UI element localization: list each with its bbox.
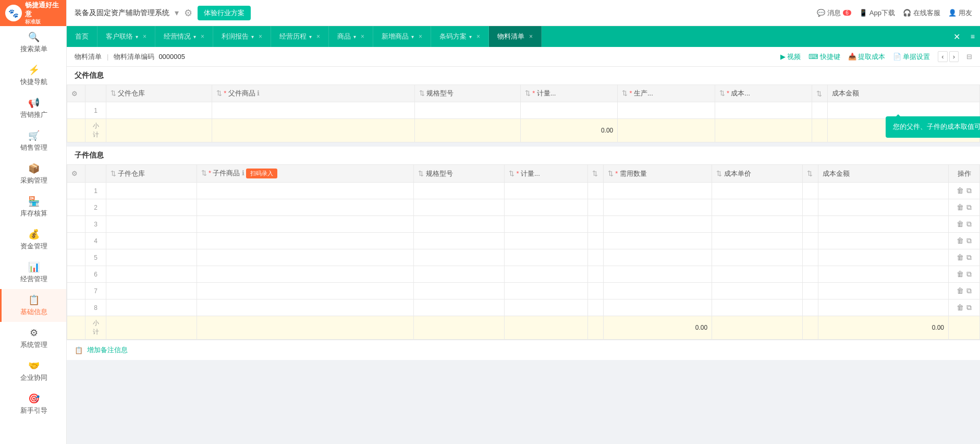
tab-new-product[interactable]: 新增商品 ▾ × [373, 26, 431, 47]
child-r7-product[interactable] [197, 283, 414, 299]
sidebar-item-marketing[interactable]: 📢 营销推广 [0, 92, 66, 125]
tab-bom-close[interactable]: × [529, 33, 533, 40]
child-r3-cost-unit[interactable] [712, 216, 803, 233]
extract-cost-action[interactable]: 📥 提取成本 [848, 52, 885, 62]
parent-col-settings[interactable]: ⚙ [67, 85, 85, 102]
settings-icon[interactable]: ⚙ [184, 7, 192, 19]
child-r7-unit[interactable] [505, 283, 588, 299]
child-r3-warehouse[interactable] [106, 216, 197, 233]
child-r3-spec[interactable] [414, 216, 505, 233]
copy-icon-r4[interactable]: ⧉ [966, 236, 972, 245]
shortcut-action[interactable]: ⌨ 快捷键 [808, 52, 840, 62]
messages-action[interactable]: 💬 消息 6 [817, 8, 851, 18]
sidebar-item-search[interactable]: 🔍 搜索菜单 [0, 26, 66, 59]
child-r2-cost-unit[interactable] [712, 199, 803, 216]
child-r4-product[interactable] [197, 233, 414, 249]
next-arrow[interactable]: › [949, 51, 959, 62]
tab-history-close[interactable]: × [316, 33, 320, 40]
sidebar-item-quicknav[interactable]: ⚡ 快捷导航 [0, 59, 66, 92]
prev-arrow[interactable]: ‹ [938, 51, 947, 62]
child-r5-spec[interactable] [414, 249, 505, 266]
scan-btn[interactable]: 扫码录入 [246, 169, 277, 178]
child-r1-spec[interactable] [414, 183, 505, 199]
sidebar-item-inventory[interactable]: 🏪 库存核算 [0, 190, 66, 223]
sidebar-item-operations[interactable]: 📊 经营管理 [0, 256, 66, 289]
child-r7-warehouse[interactable] [106, 283, 197, 299]
child-r1-product[interactable] [197, 183, 414, 199]
tab-barcode-close[interactable]: × [476, 33, 480, 40]
tab-profit-close[interactable]: × [259, 33, 262, 40]
tab-bom[interactable]: 物料清单 × [489, 26, 542, 47]
child-r5-product[interactable] [197, 249, 414, 266]
user-action[interactable]: 👤 用友 [948, 8, 972, 18]
child-r6-cost-unit[interactable] [712, 266, 803, 283]
more-tabs[interactable]: ≡ [965, 32, 980, 41]
child-r8-cost-unit[interactable] [712, 299, 803, 316]
tab-home[interactable]: 首页 [67, 26, 97, 47]
trial-btn[interactable]: 体验行业方案 [198, 6, 251, 20]
child-r4-warehouse[interactable] [106, 233, 197, 249]
copy-icon-r3[interactable]: ⧉ [966, 220, 972, 229]
sidebar-item-guide[interactable]: 🎯 新手引导 [0, 388, 66, 421]
tab-product-close[interactable]: × [361, 33, 364, 40]
copy-icon-r1[interactable]: ⧉ [966, 186, 972, 195]
delete-icon-r6[interactable]: 🗑 [957, 270, 964, 279]
child-r1-warehouse[interactable] [106, 183, 197, 199]
delete-icon-r7[interactable]: 🗑 [957, 286, 964, 295]
child-r4-spec[interactable] [414, 233, 505, 249]
parent-row-spec[interactable] [415, 102, 521, 119]
app-download-action[interactable]: 📱 App下载 [859, 8, 895, 18]
child-r7-spec[interactable] [414, 283, 505, 299]
child-r2-spec[interactable] [414, 199, 505, 216]
delete-icon-r4[interactable]: 🗑 [957, 236, 964, 245]
child-r5-unit[interactable] [505, 249, 588, 266]
child-r1-cost-unit[interactable] [712, 183, 803, 199]
child-r6-spec[interactable] [414, 266, 505, 283]
delete-icon-r5[interactable]: 🗑 [957, 253, 964, 262]
sidebar-item-purchase[interactable]: 📦 采购管理 [0, 158, 66, 190]
sidebar-item-system[interactable]: ⚙ 系统管理 [0, 322, 66, 355]
copy-icon-r8[interactable]: ⧉ [966, 303, 972, 312]
child-r4-cost-unit[interactable] [712, 233, 803, 249]
child-r3-unit[interactable] [505, 216, 588, 233]
child-r8-unit[interactable] [505, 299, 588, 316]
info-icon[interactable]: ℹ [257, 89, 260, 97]
copy-icon-r5[interactable]: ⧉ [966, 253, 972, 262]
parent-row-unit[interactable] [520, 102, 617, 119]
child-r5-warehouse[interactable] [106, 249, 197, 266]
child-r8-spec[interactable] [414, 299, 505, 316]
copy-icon-r6[interactable]: ⧉ [966, 270, 972, 279]
child-r8-product[interactable] [197, 299, 414, 316]
delete-icon-r3[interactable]: 🗑 [957, 220, 964, 229]
sidebar-item-finance[interactable]: 💰 资金管理 [0, 223, 66, 256]
online-service-action[interactable]: 🎧 在线客服 [903, 8, 940, 18]
child-info-icon[interactable]: ℹ [242, 169, 244, 177]
child-r8-needed[interactable] [603, 299, 712, 316]
parent-row-product[interactable] [212, 102, 414, 119]
sidebar-item-basics[interactable]: 📋 基础信息 [0, 289, 66, 322]
tab-history[interactable]: 经营历程 ▾ × [271, 26, 329, 47]
tab-barcode[interactable]: 条码方案 ▾ × [431, 26, 489, 47]
hint-text[interactable]: 增加备注信息 [87, 345, 128, 355]
delete-icon-r1[interactable]: 🗑 [957, 186, 964, 195]
child-r5-cost-unit[interactable] [712, 249, 803, 266]
parent-row-cost[interactable] [715, 102, 812, 119]
child-r2-product[interactable] [197, 199, 414, 216]
sidebar-item-sales[interactable]: 🛒 销售管理 [0, 125, 66, 158]
child-r6-product[interactable] [197, 266, 414, 283]
child-r4-unit[interactable] [505, 233, 588, 249]
child-r1-needed[interactable] [603, 183, 712, 199]
tab-newprod-close[interactable]: × [419, 33, 422, 40]
child-r1-unit[interactable] [505, 183, 588, 199]
child-col-settings[interactable]: ⚙ [67, 165, 85, 183]
delete-icon-r2[interactable]: 🗑 [957, 203, 964, 212]
child-r7-cost-unit[interactable] [712, 283, 803, 299]
child-r2-warehouse[interactable] [106, 199, 197, 216]
tab-customer-close[interactable]: × [143, 33, 146, 40]
child-r3-needed[interactable] [603, 216, 712, 233]
close-all-tabs[interactable]: ✕ [948, 32, 965, 42]
tab-profit[interactable]: 利润报告 ▾ × [213, 26, 271, 47]
dropdown-arrow-icon[interactable]: ▾ [175, 8, 179, 18]
tab-operations[interactable]: 经营情况 ▾ × [155, 26, 213, 47]
single-settings-action[interactable]: 📄 单据设置 [893, 52, 930, 62]
